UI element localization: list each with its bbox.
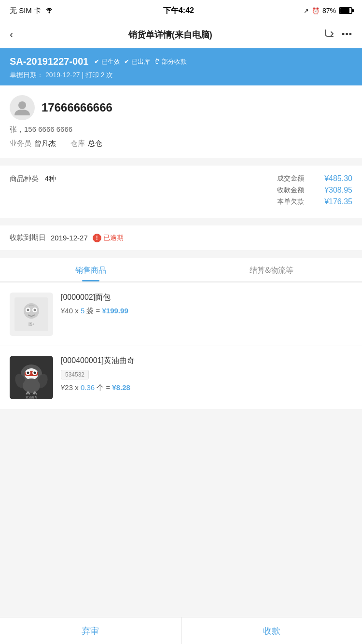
received-label: 收款金额 xyxy=(277,186,304,195)
tabs-section: 销售商品 结算&物流等 xyxy=(0,258,362,282)
warehouse-detail: 仓库 总仓 xyxy=(70,139,102,148)
product-info-2: [000400001]黄油曲奇 534532 ¥23 x 0.36 个 = ¥8… xyxy=(61,356,352,392)
product-item-2: 黄油曲奇 [000400001]黄油曲奇 534532 ¥23 x 0.36 个… xyxy=(0,346,362,409)
order-id: SA-20191227-001 xyxy=(10,56,88,67)
sales-detail: 业务员 曾凡杰 xyxy=(10,139,56,148)
tabs-bar: 销售商品 结算&物流等 xyxy=(0,258,362,282)
carrier-text: 无 SIM 卡 xyxy=(10,6,41,15)
customer-phone: 17666666666 xyxy=(42,101,112,114)
product-thumb-2: 黄油曲奇 xyxy=(10,356,53,399)
product-title-2: 黄油曲奇 xyxy=(104,356,135,364)
order-meta: 单据日期： 2019-12-27 | 打印 2 次 xyxy=(10,71,352,80)
tab-products[interactable]: 销售商品 xyxy=(0,258,181,281)
tab-settlement-label: 结算&物流等 xyxy=(250,266,293,274)
product-title-1: 面包 xyxy=(95,293,111,301)
avatar xyxy=(10,95,35,120)
order-banner: SA-20191227-001 ✔ 已生效 ✔ 已出库 ⏱ 部分收款 单据日期：… xyxy=(0,48,362,85)
debt-value: ¥176.35 xyxy=(314,197,352,206)
due-date: 2019-12-27 xyxy=(51,234,88,242)
svg-text:黄油曲奇: 黄油曲奇 xyxy=(26,396,37,399)
warehouse-label: 仓库 xyxy=(70,139,85,148)
product-price-1: ¥40 x 5 袋 = ¥199.99 xyxy=(61,307,352,316)
svg-point-0 xyxy=(49,12,50,13)
status-shipped: ✔ 已出库 xyxy=(124,57,150,66)
overdue-badge: ! 已逾期 xyxy=(93,234,124,242)
due-section: 收款到期日 2019-12-27 ! 已逾期 xyxy=(0,225,362,250)
svg-point-19 xyxy=(23,378,40,393)
product-name-2: [000400001]黄油曲奇 xyxy=(61,356,352,366)
amount-label: 成交金额 xyxy=(277,174,304,183)
svg-point-16 xyxy=(34,372,36,374)
product-price-2: ¥23 x 0.36 个 = ¥8.28 xyxy=(61,383,352,392)
amount-value: ¥485.30 xyxy=(314,174,352,183)
more-button[interactable]: ••• xyxy=(342,29,352,40)
amount-row: 成交金额 ¥485.30 xyxy=(277,174,352,183)
svg-point-15 xyxy=(27,372,29,374)
page-title: 销货单详情(来自电脑) xyxy=(17,29,323,41)
stats-section: 商品种类 4种 成交金额 ¥485.30 收款金额 ¥308.95 本单欠款 ¥… xyxy=(0,166,362,218)
svg-point-7 xyxy=(34,309,36,311)
nav-bar: ‹ 销货单详情(来自电脑) ••• xyxy=(0,21,362,48)
wifi-icon xyxy=(45,7,54,15)
tab-settlement[interactable]: 结算&物流等 xyxy=(181,258,362,281)
product-info-1: [0000002]面包 ¥40 x 5 袋 = ¥199.99 xyxy=(61,293,352,316)
product-total-2: ¥8.28 xyxy=(112,383,130,392)
status-tags: ✔ 已生效 ✔ 已出库 ⏱ 部分收款 xyxy=(94,57,187,66)
battery-percent: 87% xyxy=(322,7,336,14)
product-qty-2: 0.36 xyxy=(81,383,95,392)
share-button[interactable] xyxy=(323,28,334,41)
order-meta-date: 2019-12-27 xyxy=(45,71,80,79)
status-time: 下午4:42 xyxy=(163,6,194,16)
nav-actions: ••• xyxy=(323,28,352,41)
status-left: 无 SIM 卡 xyxy=(10,6,54,15)
type-count: 4种 xyxy=(45,174,56,182)
product-multiply-1: x xyxy=(75,307,81,315)
product-unit-2: 个 xyxy=(97,383,104,392)
sales-label: 业务员 xyxy=(10,139,31,148)
discard-button[interactable]: 弃审 xyxy=(0,617,181,644)
product-unit-price-2: ¥23 xyxy=(61,383,73,392)
product-image-2: 黄油曲奇 xyxy=(10,356,53,399)
back-button[interactable]: ‹ xyxy=(6,25,17,45)
product-sku-2: 534532 xyxy=(61,370,89,379)
debt-label: 本单欠款 xyxy=(277,197,304,206)
battery-icon xyxy=(339,7,352,14)
status-bar: 无 SIM 卡 下午4:42 ↗ ⏰ 87% xyxy=(0,0,362,21)
received-value: ¥308.95 xyxy=(314,186,352,195)
location-icon: ↗ xyxy=(304,7,309,14)
debt-row: 本单欠款 ¥176.35 xyxy=(277,197,352,206)
stats-left: 商品种类 4种 xyxy=(10,174,56,183)
warehouse-name: 总仓 xyxy=(88,139,102,148)
received-row: 收款金额 ¥308.95 xyxy=(277,186,352,195)
order-meta-print: | 打印 2 次 xyxy=(82,71,113,79)
separator-1 xyxy=(0,162,362,166)
product-name-1: [0000002]面包 xyxy=(61,293,352,303)
avatar-icon xyxy=(14,99,31,116)
customer-sub: 张，156 6666 6666 xyxy=(10,125,352,134)
collect-payment-button[interactable]: 收款 xyxy=(181,617,362,644)
overdue-icon: ! xyxy=(93,234,101,242)
order-banner-top: SA-20191227-001 ✔ 已生效 ✔ 已出库 ⏱ 部分收款 xyxy=(10,56,352,67)
product-total-1: ¥199.99 xyxy=(102,307,128,315)
alarm-icon: ⏰ xyxy=(312,7,320,14)
separator-3 xyxy=(0,254,362,258)
product-qty-1: 5 xyxy=(81,307,84,315)
status-partial: ⏱ 部分收款 xyxy=(154,57,187,66)
product-code-1: [0000002] xyxy=(61,293,95,301)
product-unit-1: 袋 xyxy=(86,307,94,315)
svg-point-6 xyxy=(27,309,29,311)
status-effected: ✔ 已生效 xyxy=(94,57,120,66)
type-label: 商品种类 xyxy=(10,174,39,182)
status-right: ↗ ⏰ 87% xyxy=(304,7,352,14)
order-meta-date-label: 单据日期： xyxy=(10,71,43,79)
tab-products-label: 销售商品 xyxy=(75,266,106,274)
product-thumb-1: 图+ xyxy=(10,293,53,336)
overdue-text: 已逾期 xyxy=(103,234,124,242)
product-code-2: [000400001] xyxy=(61,356,104,364)
product-unit-price-1: ¥40 xyxy=(61,307,73,315)
customer-top: 17666666666 xyxy=(10,95,352,120)
bottom-spacer xyxy=(0,409,362,448)
svg-text:图+: 图+ xyxy=(28,322,35,326)
stats-right: 成交金额 ¥485.30 收款金额 ¥308.95 本单欠款 ¥176.35 xyxy=(277,174,352,209)
sales-name: 曾凡杰 xyxy=(34,139,56,148)
